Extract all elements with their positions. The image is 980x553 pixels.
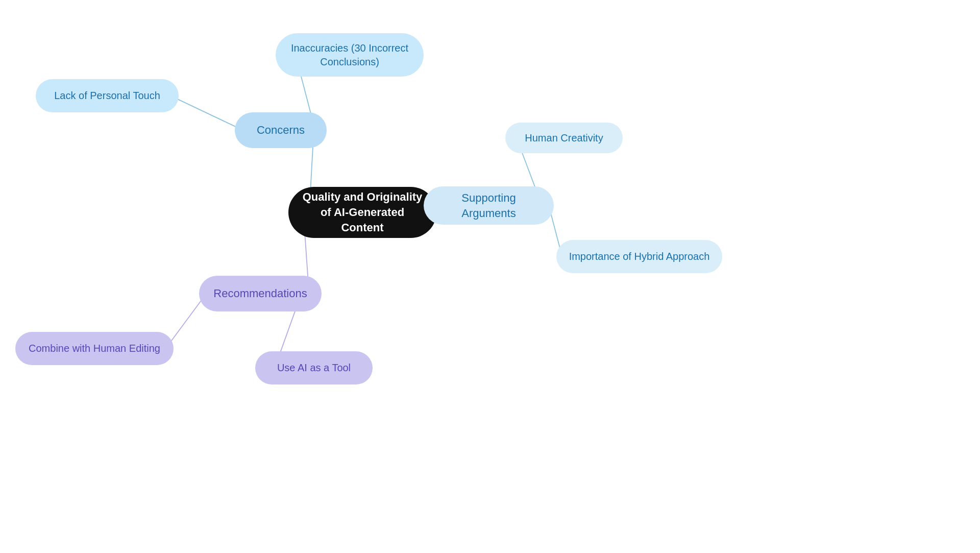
- central-node: Quality and Originality of AI-Generated …: [288, 187, 436, 238]
- use-ai-label: Use AI as a Tool: [277, 361, 351, 375]
- use-ai-tool-node: Use AI as a Tool: [255, 351, 373, 384]
- lack-of-personal-label: Lack of Personal Touch: [54, 89, 160, 103]
- importance-hybrid-label: Importance of Hybrid Approach: [569, 250, 710, 263]
- inaccuracies-label: Inaccuracies (30 Incorrect Conclusions): [288, 41, 411, 69]
- recommendations-label: Recommendations: [213, 286, 307, 301]
- human-creativity-node: Human Creativity: [505, 123, 623, 153]
- concerns-node: Concerns: [235, 112, 327, 148]
- combine-human-editing-node: Combine with Human Editing: [15, 332, 174, 365]
- inaccuracies-node: Inaccuracies (30 Incorrect Conclusions): [276, 33, 424, 77]
- human-creativity-label: Human Creativity: [525, 131, 603, 145]
- supporting-args-label: Supporting Arguments: [436, 190, 542, 221]
- lack-of-personal-touch-node: Lack of Personal Touch: [36, 79, 179, 112]
- concerns-label: Concerns: [257, 123, 305, 138]
- combine-human-label: Combine with Human Editing: [29, 342, 160, 355]
- supporting-arguments-node: Supporting Arguments: [424, 186, 554, 225]
- importance-hybrid-node: Importance of Hybrid Approach: [556, 240, 722, 273]
- recommendations-node: Recommendations: [199, 276, 322, 311]
- central-label: Quality and Originality of AI-Generated …: [301, 189, 424, 235]
